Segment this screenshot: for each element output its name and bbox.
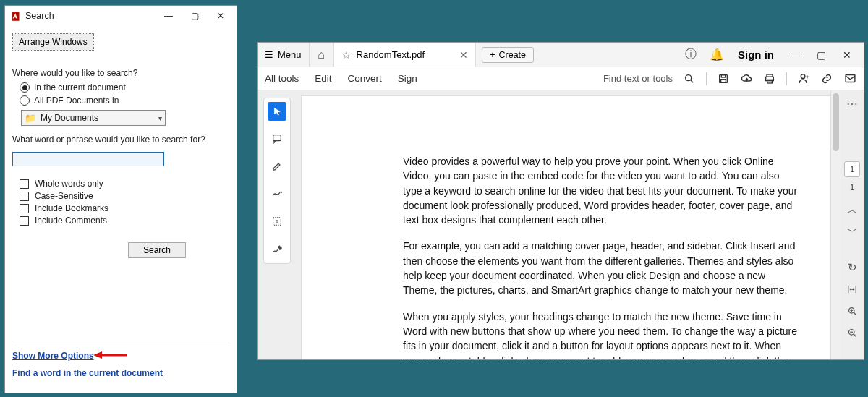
create-label: Create [499,50,527,60]
radio-icon [20,95,30,106]
check-whole-words[interactable]: Whole words only [20,179,229,189]
create-button[interactable]: + Create [482,47,534,63]
check-case-sensitive[interactable]: Case-Sensitive [20,191,229,201]
help-icon: ⓘ [685,47,697,62]
checkbox-icon [20,216,29,226]
search-input[interactable] [12,152,164,166]
sign-in-button[interactable]: Sign in [731,48,781,61]
checkbox-icon [20,192,29,201]
radio-current-document[interactable]: In the current document [20,82,229,93]
tab-title: RandomText.pdf [357,49,425,60]
convert-button[interactable]: Convert [348,73,382,84]
viewer-titlebar: ☰ Menu ⌂ ☆ RandomText.pdf ✕ + Create ⓘ 🔔… [258,43,864,67]
svg-marker-1 [93,351,102,359]
menu-button[interactable]: ☰ Menu [258,43,310,67]
find-word-link[interactable]: Find a word in the current document [12,368,229,378]
document-tab[interactable]: ☆ RandomText.pdf ✕ [334,43,477,67]
rotate-button[interactable]: ↻ [844,258,860,277]
cloud-upload-button[interactable] [740,72,753,85]
separator [706,72,707,85]
arrange-windows-button[interactable]: Arrange Windows [12,33,94,51]
search-dialog: Search — ▢ ✕ Arrange Windows Where would… [4,5,237,393]
maximize-button[interactable]: ▢ [182,7,208,25]
document-page: Video provides a powerful way to help yo… [302,96,830,359]
page-down-button[interactable]: ﹀ [844,222,860,241]
paragraph: For example, you can add a matching cove… [403,239,799,297]
acrobat-icon [9,10,21,22]
chevron-down-icon: ▾ [158,114,162,122]
comment-tool-button[interactable] [268,129,286,148]
check-case-label: Case-Sensitive [35,191,93,201]
svg-rect-6 [721,79,726,82]
select-tool-button[interactable] [268,102,286,121]
viewer-content: A Video provides a powerful way to help … [258,90,864,359]
text-tool-button[interactable]: A [268,212,286,231]
panel-menu-button[interactable]: ⋯ [846,95,858,112]
annotation-arrow-icon [93,349,128,361]
separator [786,72,787,85]
home-button[interactable]: ⌂ [310,43,334,67]
check-comments-label: Include Comments [35,215,107,226]
help-button[interactable]: ⓘ [678,43,703,67]
page-number-input[interactable]: 1 [844,161,860,177]
email-button[interactable] [843,72,856,85]
svg-line-20 [854,334,856,336]
notifications-button[interactable]: 🔔 [705,43,729,67]
page-canvas[interactable]: Video provides a powerful way to help yo… [291,90,841,359]
check-include-comments[interactable]: Include Comments [20,215,229,226]
where-to-search-label: Where would you like to search? [12,68,229,78]
draw-tool-button[interactable] [268,184,286,203]
check-include-bookmarks[interactable]: Include Bookmarks [20,203,229,213]
find-button[interactable] [683,72,696,85]
zoom-in-button[interactable] [844,302,860,320]
link-button[interactable] [820,72,833,85]
zoom-out-button[interactable] [844,323,860,342]
window-maximize-button[interactable]: ▢ [809,43,833,67]
search-titlebar[interactable]: Search — ▢ ✕ [5,6,237,26]
radio-current-label: In the current document [34,82,126,93]
page-total-label: 1 [850,183,854,192]
svg-text:A: A [276,218,279,225]
paragraph: Video provides a powerful way to help yo… [403,154,799,227]
minimize-button[interactable]: — [156,7,182,25]
search-button[interactable]: Search [128,242,186,258]
window-close-button[interactable]: ✕ [835,43,859,67]
bell-icon: 🔔 [710,48,724,61]
scrollbar-thumb[interactable] [833,93,839,151]
tab-close-button[interactable]: ✕ [459,49,468,61]
print-button[interactable] [763,72,776,85]
checkbox-icon [20,179,29,189]
svg-rect-11 [846,75,855,82]
checkbox-icon [20,204,29,213]
all-tools-button[interactable]: All tools [265,73,299,84]
fit-width-button[interactable] [844,280,860,299]
radio-icon [20,82,30,93]
radio-all-pdf[interactable]: All PDF Documents in [20,95,229,106]
sign-button[interactable]: Sign [398,73,417,84]
highlight-tool-button[interactable] [268,157,286,176]
hamburger-icon: ☰ [265,49,273,60]
svg-point-10 [801,74,805,79]
folder-dropdown[interactable]: 📁 My Documents ▾ [21,110,166,126]
what-to-search-label: What word or phrase would you like to se… [12,135,229,145]
close-button[interactable]: ✕ [208,7,234,25]
page-up-button[interactable]: ︿ [844,200,860,219]
star-icon[interactable]: ☆ [341,48,351,61]
paragraph: When you apply styles, your headings cha… [403,310,799,359]
folder-selected-label: My Documents [41,113,98,123]
save-button[interactable] [717,72,730,85]
pdf-viewer-window: ☰ Menu ⌂ ☆ RandomText.pdf ✕ + Create ⓘ 🔔… [257,42,864,360]
svg-point-2 [686,74,692,80]
share-user-button[interactable] [797,72,810,85]
check-whole-label: Whole words only [35,179,103,189]
window-minimize-button[interactable]: — [783,43,807,67]
menu-label: Menu [278,49,302,60]
edit-button[interactable]: Edit [315,73,331,84]
svg-line-16 [854,312,856,315]
left-quick-tools: A [263,98,291,264]
radio-all-label: All PDF Documents in [34,95,119,106]
plus-icon: + [490,50,495,60]
svg-rect-12 [273,135,281,141]
signature-tool-button[interactable] [268,239,286,258]
vertical-scrollbar[interactable] [830,90,841,359]
